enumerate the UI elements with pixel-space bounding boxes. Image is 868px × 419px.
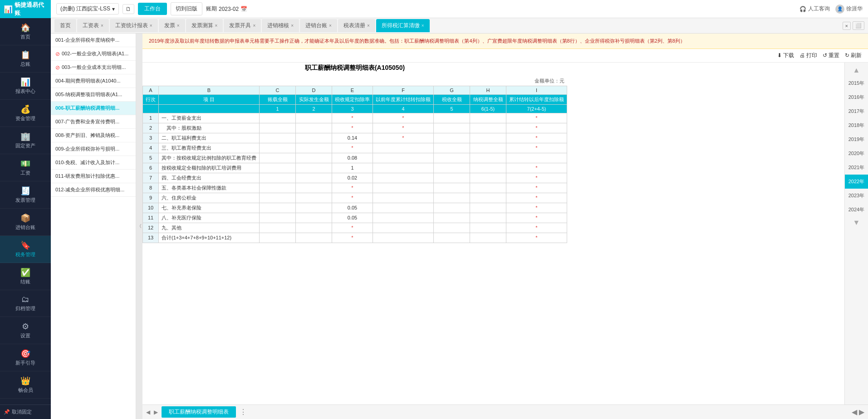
cell-f7[interactable]: *	[373, 123, 434, 133]
year-2021[interactable]: 2021年	[845, 161, 868, 175]
cell-g10[interactable]	[434, 153, 470, 163]
cell-f17[interactable]	[373, 223, 434, 233]
cell-e7[interactable]: *	[332, 123, 373, 133]
file-item-009[interactable]: 009-企业所得税弥补亏损明...	[51, 142, 136, 156]
tab-home[interactable]: 首页	[54, 19, 76, 32]
tab-invoice[interactable]: 发票 ×	[159, 19, 185, 32]
sidebar-item-ledger[interactable]: 📋 总账	[0, 45, 51, 73]
item-name-6[interactable]: 一、工资薪金支出	[159, 113, 260, 123]
year-2023[interactable]: 2023年	[845, 189, 868, 203]
cell-h12[interactable]	[470, 173, 506, 183]
maximize-button[interactable]: ⬜	[853, 21, 864, 30]
close-tab-invoice-issue[interactable]: ×	[253, 23, 255, 28]
cell-c7[interactable]	[260, 123, 296, 133]
sidebar-item-home[interactable]: 🏠 首页	[0, 18, 51, 45]
cell-i8[interactable]: *	[506, 133, 567, 143]
year-2017[interactable]: 2017年	[845, 104, 868, 118]
cell-d16[interactable]	[296, 213, 332, 223]
sidebar-item-close[interactable]: ✅ 结账	[0, 263, 51, 290]
cell-g15[interactable]	[434, 203, 470, 213]
scroll-right-icon[interactable]: ▶	[859, 408, 864, 416]
cell-f14[interactable]	[373, 193, 434, 203]
cell-d12[interactable]	[296, 173, 332, 183]
cell-i10[interactable]	[506, 153, 567, 163]
cell-e18[interactable]: *	[332, 233, 373, 243]
sidebar-item-funds[interactable]: 💰 资金管理	[0, 100, 51, 127]
cell-h6[interactable]	[470, 113, 506, 123]
refresh-button[interactable]: ↻ 刷新	[845, 52, 862, 59]
cell-e8[interactable]: 0.14	[332, 133, 373, 143]
cell-f6[interactable]: *	[373, 113, 434, 123]
cell-e10[interactable]: 0.08	[332, 153, 373, 163]
cell-c9[interactable]	[260, 143, 296, 153]
cell-c13[interactable]	[260, 183, 296, 193]
cell-d15[interactable]	[296, 203, 332, 213]
cell-h11[interactable]	[470, 163, 506, 173]
cell-d6[interactable]	[296, 113, 332, 123]
cell-h9[interactable]	[470, 143, 506, 153]
cell-d18[interactable]	[296, 233, 332, 243]
cell-h10[interactable]	[470, 153, 506, 163]
file-item-003[interactable]: ⊘ 003-一般企业成本支出明细...	[51, 61, 136, 74]
cell-c15[interactable]	[260, 203, 296, 213]
cell-d11[interactable]	[296, 163, 332, 173]
reset-button[interactable]: ↺ 重置	[823, 52, 839, 59]
year-2018[interactable]: 2018年	[845, 118, 868, 132]
close-tab-salary[interactable]: ×	[101, 23, 103, 28]
cell-d10[interactable]	[296, 153, 332, 163]
sidebar-item-tax[interactable]: 🔖 税务管理	[0, 236, 51, 263]
file-item-012[interactable]: 012-减免企业所得税优惠明细...	[51, 183, 136, 197]
support-link[interactable]: 🎧 人工客询	[799, 5, 830, 13]
cell-e6[interactable]: *	[332, 113, 373, 123]
tab-purchase-ledger[interactable]: 进销台账 ×	[300, 19, 337, 32]
close-tab-invoice[interactable]: ×	[177, 23, 180, 28]
close-all-tabs-button[interactable]: ×	[843, 22, 851, 30]
item-name-15[interactable]: 七、补充养老保险	[159, 203, 260, 213]
file-item-005[interactable]: 005-纳税调整项目明细表(A1...	[51, 88, 136, 102]
cell-h8[interactable]	[470, 133, 506, 143]
download-button[interactable]: ⬇ 下载	[777, 52, 794, 59]
sheet-tab-salary[interactable]: 职工薪酬纳税调整明细表	[162, 406, 236, 418]
cell-c17[interactable]	[260, 223, 296, 233]
cell-e12[interactable]: 0.02	[332, 173, 373, 183]
cell-e13[interactable]: *	[332, 183, 373, 193]
cell-e16[interactable]: 0.05	[332, 213, 373, 223]
sidebar-item-assets[interactable]: 🏢 固定资产	[0, 127, 51, 154]
cell-i13[interactable]: *	[506, 183, 567, 193]
cell-i17[interactable]: *	[506, 223, 567, 233]
cell-d8[interactable]	[296, 133, 332, 143]
scroll-left-icon[interactable]: ◀	[852, 408, 857, 416]
sheet-left-arrow[interactable]: ◀	[146, 409, 150, 415]
year-2022[interactable]: 2022年	[845, 175, 868, 189]
workbench-button[interactable]: 工作台	[138, 3, 167, 15]
cell-i16[interactable]: *	[506, 213, 567, 223]
sidebar-item-purchases[interactable]: 📦 进销台账	[0, 209, 51, 236]
unpin-button[interactable]: 📌 取消固定	[0, 404, 51, 419]
print-button[interactable]: 🖨 打印	[799, 52, 817, 59]
file-item-001[interactable]: 001-企业所得税年度纳税申...	[51, 34, 136, 47]
sidebar-item-member[interactable]: 👑 畅会员	[0, 371, 51, 399]
item-name-8[interactable]: 二、职工福利费支出	[159, 133, 260, 143]
cell-c6[interactable]	[260, 113, 296, 123]
item-name-13[interactable]: 五、各类基本社会保障性缴款	[159, 183, 260, 193]
cell-e15[interactable]: 0.05	[332, 203, 373, 213]
cell-i6[interactable]: *	[506, 113, 567, 123]
tab-tax-clearance[interactable]: 税表清册 ×	[338, 19, 375, 32]
cell-g13[interactable]	[434, 183, 470, 193]
file-item-004[interactable]: 004-期间费用明细表(A1040...	[51, 74, 136, 88]
sidebar-item-invoice[interactable]: 🧾 发票管理	[0, 181, 51, 209]
cell-c16[interactable]	[260, 213, 296, 223]
cell-c11[interactable]	[260, 163, 296, 173]
item-name-18[interactable]: 合计(1+3+4+7+8+9+10+11+12)	[159, 233, 260, 243]
cell-d13[interactable]	[296, 183, 332, 193]
cell-f12[interactable]	[373, 173, 434, 183]
sidebar-item-archive[interactable]: 🗂 归档管理	[0, 290, 51, 317]
item-name-17[interactable]: 九、其他	[159, 223, 260, 233]
close-tab-tax-annual[interactable]: ×	[422, 23, 424, 28]
cell-i9[interactable]: *	[506, 143, 567, 153]
item-name-16[interactable]: 八、补充医疗保险	[159, 213, 260, 223]
cell-i7[interactable]: *	[506, 123, 567, 133]
cell-g17[interactable]	[434, 223, 470, 233]
cell-g18[interactable]	[434, 233, 470, 243]
cell-f13[interactable]	[373, 183, 434, 193]
